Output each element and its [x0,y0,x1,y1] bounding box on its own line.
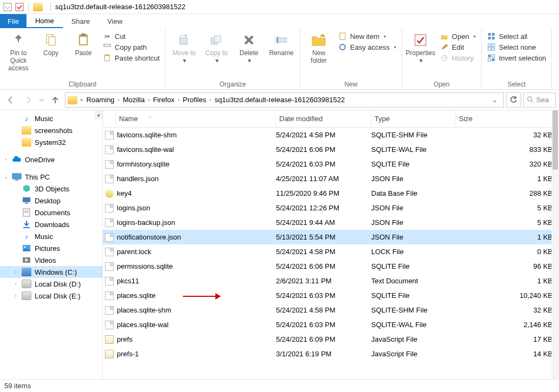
table-row[interactable]: logins-backup.json5/24/2021 9:44 AMJSON … [103,215,559,230]
crumb-firefox[interactable]: Firefox [151,95,177,105]
search-input[interactable]: Sea [523,92,556,108]
collapse-icon[interactable]: ⌄ [3,174,9,180]
cut-button[interactable]: ✂Cut [101,31,162,41]
delete-button[interactable]: Delete▾ [234,30,264,66]
tree-3dobjects[interactable]: 3D Objects [0,183,102,195]
sidebar-scroll-up[interactable]: ▴ [95,110,102,119]
table-row[interactable]: places.sqlite5/24/2021 6:03 PMSQLITE Fil… [103,288,559,303]
col-size[interactable]: Size [456,110,559,127]
table-row[interactable]: places.sqlite-wal5/24/2021 6:03 PMSQLITE… [103,317,559,332]
expand-icon[interactable]: › [13,269,18,275]
table-row[interactable]: parent.lock5/24/2021 4:58 PMLOCK File0 K… [103,244,559,259]
tree-music2[interactable]: ♪Music [0,230,102,242]
script-icon [105,350,114,358]
home-tab[interactable]: Home [27,14,63,28]
file-name: prefs [116,335,276,343]
expand-icon[interactable]: › [3,157,9,162]
tree-screenshots[interactable]: screenshots [0,124,102,136]
file-size: 1 KB [456,277,559,285]
tree-videos[interactable]: Videos [0,254,102,266]
tree-onedrive[interactable]: ›OneDrive [0,154,102,165]
copy-to-button[interactable]: Copy to▾ [201,30,232,66]
col-date[interactable]: Date modified [276,110,371,127]
file-type: SQLITE File [371,262,456,270]
invert-selection-button[interactable]: Invert selection [485,53,548,63]
table-row[interactable]: key411/25/2020 9:46 PMData Base File288 … [103,186,559,201]
ribbon: Pin to Quick access Copy Paste ✂Cut Copy… [0,28,559,90]
file-size: 17 KB [456,335,559,343]
tree-desktop[interactable]: Desktop [0,195,102,207]
crumb-profiles[interactable]: Profiles [181,95,208,105]
forward-button[interactable] [21,92,36,108]
tree-locale[interactable]: ›Local Disk (E:) [0,290,102,302]
recent-locations-button[interactable] [38,92,45,108]
refresh-button[interactable] [506,92,521,108]
back-button[interactable] [3,92,18,108]
col-type[interactable]: Type [371,110,456,127]
file-list[interactable]: favicons.sqlite-shm5/24/2021 4:58 PMSQLI… [103,128,559,379]
pictures-icon [22,244,31,253]
file-icon [105,262,114,271]
crumb-current[interactable]: sq1u3tzd.default-release-1612603981522 [213,95,347,105]
table-row[interactable]: prefs5/24/2021 6:09 PMJavaScript File17 … [103,332,559,347]
tree-music[interactable]: ♪Music [0,112,102,124]
table-row[interactable]: prefs-13/1/2021 6:19 PMJavaScript File14… [103,347,559,361]
file-icon [105,131,114,139]
navigation-tree[interactable]: ▴ ♪Music screenshots System32 ›OneDrive … [0,110,103,379]
file-size: 10,240 KB [456,291,559,300]
new-item-button[interactable]: New item▾ [336,31,398,41]
col-name[interactable]: Name˄ [116,110,276,127]
table-row[interactable]: places.sqlite-shm5/24/2021 4:58 PMSQLITE… [103,303,559,317]
table-row[interactable]: notificationstore.json5/13/2021 5:54 PMJ… [103,230,559,244]
history-button[interactable]: History [438,53,478,63]
copy-button[interactable]: Copy [36,30,66,58]
rename-button[interactable]: Rename [266,30,297,58]
tree-downloads[interactable]: Downloads [0,218,102,230]
paste-button[interactable]: Paste [68,30,98,58]
file-type: SQLITE-SHM File [371,306,456,314]
move-to-button[interactable]: Move to▾ [169,30,199,66]
edit-button[interactable]: Edit [438,42,478,52]
table-row[interactable]: favicons.sqlite-shm5/24/2021 4:58 PMSQLI… [103,128,559,142]
copy-path-button[interactable]: Copy path [101,42,162,52]
table-row[interactable]: favicons.sqlite-wal5/24/2021 6:06 PMSQLI… [103,142,559,157]
qat-checkbox-icon[interactable] [15,3,24,11]
select-all-button[interactable]: Select all [485,31,548,41]
svg-rect-14 [277,37,278,43]
table-row[interactable]: handlers.json4/25/2021 11:07 AMJSON File… [103,171,559,186]
share-tab[interactable]: Share [63,14,99,28]
tree-system32[interactable]: System32 [0,136,102,148]
file-tab[interactable]: File [0,14,27,28]
open-button[interactable]: Open▾ [438,31,478,41]
tree-locald[interactable]: ›Local Disk (D:) [0,278,102,290]
view-tab[interactable]: View [98,14,131,28]
expand-icon[interactable]: › [13,281,18,287]
crumb-mozilla[interactable]: Mozilla [121,95,147,105]
qat-dropdown-icon[interactable] [3,3,12,11]
tree-documents[interactable]: Documents [0,207,102,218]
file-date: 5/24/2021 6:03 PM [276,321,371,329]
table-row[interactable]: permissions.sqlite5/24/2021 6:06 PMSQLIT… [103,259,559,274]
paste-shortcut-button[interactable]: Paste shortcut [101,53,162,63]
select-none-button[interactable]: Select none [485,42,548,52]
address-dropdown-button[interactable]: ⌄ [488,96,501,104]
address-bar[interactable]: « Roaming› Mozilla› Firefox› Profiles› s… [65,92,504,108]
up-button[interactable] [48,92,63,108]
crumb-roaming[interactable]: Roaming [84,95,117,105]
easy-access-button[interactable]: Easy access▾ [336,42,398,52]
vertical-scrollbar[interactable] [551,110,559,379]
table-row[interactable]: formhistory.sqlite5/24/2021 6:03 PMSQLIT… [103,157,559,171]
tree-windowsc[interactable]: ›Windows (C:) [0,266,102,278]
pin-icon [10,31,27,49]
svg-rect-9 [105,56,109,61]
table-row[interactable]: pkcs112/6/2021 3:11 PMText Document1 KB [103,274,559,288]
file-date: 5/24/2021 6:09 PM [276,335,371,343]
pin-quick-access-button[interactable]: Pin to Quick access [3,30,34,73]
new-folder-button[interactable]: ✦ New folder [304,30,334,66]
table-row[interactable]: logins.json5/24/2021 12:26 PMJSON File5 … [103,201,559,215]
tree-pictures[interactable]: Pictures [0,242,102,254]
tree-thispc[interactable]: ⌄This PC [0,171,102,183]
expand-icon[interactable]: › [13,293,18,298]
scroll-thumb[interactable] [553,110,558,170]
properties-button[interactable]: Properties▾ [405,30,436,66]
